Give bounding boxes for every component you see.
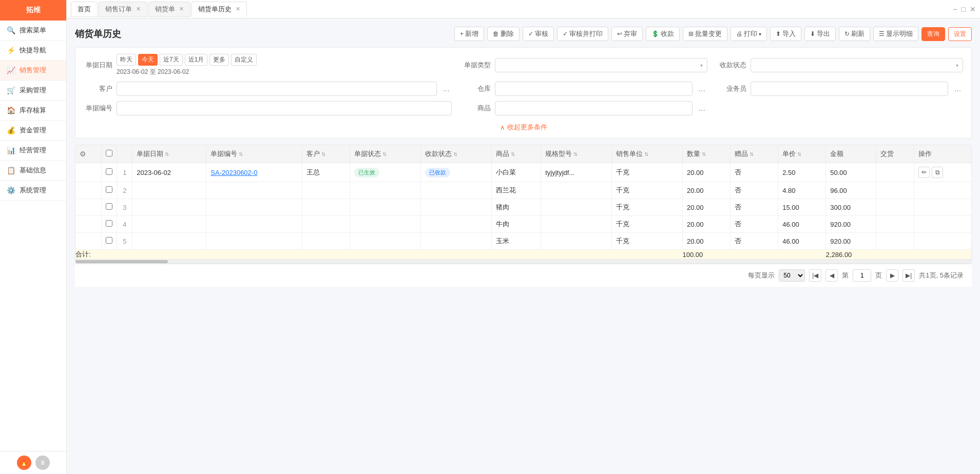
- doc-no-link[interactable]: SA-20230602-0: [210, 169, 257, 176]
- doc-type-select[interactable]: ▾: [495, 58, 707, 72]
- row-checkbox[interactable]: [106, 237, 112, 244]
- summary-label: 合计:: [75, 250, 132, 260]
- cell-checkbox[interactable]: [102, 199, 117, 216]
- new-button[interactable]: + 新增: [454, 27, 484, 41]
- customer-dots[interactable]: ...: [441, 84, 452, 93]
- sidebar-item-finance[interactable]: 💰 资金管理: [0, 121, 66, 141]
- th-spec[interactable]: 规格型号 ⇅: [541, 145, 612, 163]
- cell-amount: 920.00: [826, 216, 876, 233]
- tab-sales-invoice[interactable]: 销货单 ✕: [148, 2, 190, 17]
- sidebar-item-sales-mgmt[interactable]: 📈 销售管理: [0, 61, 66, 81]
- tab-sales-order[interactable]: 销售订单 ✕: [99, 2, 147, 17]
- goods-input[interactable]: [495, 101, 693, 115]
- shortcut-today[interactable]: 今天: [138, 54, 158, 66]
- tabs-close-icon[interactable]: ✕: [970, 5, 976, 13]
- salesperson-input[interactable]: [751, 82, 948, 96]
- cell-doc-no[interactable]: SA-20230602-0: [206, 163, 302, 182]
- sidebar: 拓维 🔍 搜索菜单 ⚡ 快捷导航 📈 销售管理 🛒 采购管理 🏠 库存核算 💰 …: [0, 0, 67, 474]
- sort-salesunit-icon: ⇅: [644, 151, 648, 157]
- th-payment-status[interactable]: 收款状态 ⇅: [420, 145, 491, 163]
- shortcut-last7[interactable]: 近7天: [160, 54, 183, 66]
- edit-button[interactable]: ✏: [918, 167, 930, 178]
- settings-button[interactable]: 设置: [948, 27, 972, 41]
- row-checkbox[interactable]: [106, 186, 112, 193]
- refresh-button[interactable]: ↻ 刷新: [839, 27, 870, 41]
- page-size-select[interactable]: 50 100 200: [779, 269, 805, 282]
- goods-dots[interactable]: ...: [697, 104, 707, 113]
- shortcut-more[interactable]: 更多: [209, 54, 229, 66]
- page-input[interactable]: 1: [853, 269, 871, 282]
- prev-page-button[interactable]: ◀: [825, 269, 838, 282]
- last-page-button[interactable]: ▶|: [902, 269, 915, 282]
- show-detail-button[interactable]: ☰ 显示明细: [873, 27, 918, 41]
- th-doc-no[interactable]: 单据编号 ⇅: [206, 145, 302, 163]
- delete-button[interactable]: 🗑 删除: [487, 27, 520, 41]
- cell-customer: [302, 216, 350, 233]
- sidebar-bottom-btn2[interactable]: ⏸: [35, 456, 50, 470]
- th-qty[interactable]: 数量 ⇅: [682, 145, 730, 163]
- th-settings[interactable]: ⚙: [75, 145, 102, 163]
- collapse-button[interactable]: ∧ 收起更多条件: [500, 123, 547, 132]
- sidebar-item-basic-info[interactable]: 📋 基础信息: [0, 161, 66, 181]
- tabs-maximize-icon[interactable]: □: [962, 5, 966, 13]
- tab-close-sales-order[interactable]: ✕: [136, 6, 141, 12]
- audit-print-button[interactable]: ✓ 审核并打印: [557, 27, 608, 41]
- shortcut-custom[interactable]: 自定义: [231, 54, 257, 66]
- print-button[interactable]: 🖨 打印 ▾: [731, 27, 767, 41]
- customer-input[interactable]: [117, 82, 437, 96]
- cell-checkbox[interactable]: [102, 216, 117, 233]
- first-page-button[interactable]: |◀: [809, 269, 821, 282]
- doc-no-input[interactable]: [117, 101, 452, 115]
- th-date[interactable]: 单据日期 ⇅: [132, 145, 206, 163]
- table-scrollbar-thumb[interactable]: [75, 260, 168, 263]
- sidebar-item-inventory[interactable]: 🏠 库存核算: [0, 101, 66, 121]
- sidebar-item-purchase-mgmt[interactable]: 🛒 采购管理: [0, 81, 66, 101]
- tab-home[interactable]: 首页: [71, 2, 98, 17]
- th-sales-unit[interactable]: 销售单位 ⇅: [612, 145, 683, 163]
- copy-button[interactable]: ⧉: [932, 167, 943, 178]
- warehouse-dots[interactable]: ...: [697, 84, 707, 93]
- tab-close-sales-history[interactable]: ✕: [236, 6, 240, 12]
- table-scrollbar[interactable]: [75, 259, 971, 263]
- th-no: [117, 145, 132, 163]
- query-button[interactable]: 查询: [921, 27, 945, 41]
- tab-close-sales-invoice[interactable]: ✕: [179, 6, 184, 12]
- sidebar-item-label: 系统管理: [20, 186, 46, 195]
- sidebar-item-system[interactable]: ⚙️ 系统管理: [0, 181, 66, 201]
- shortcut-last-month[interactable]: 近1月: [185, 54, 208, 66]
- th-customer[interactable]: 客户 ⇅: [302, 145, 350, 163]
- payment-status-select[interactable]: ▾: [751, 58, 963, 72]
- next-page-button[interactable]: ▶: [886, 269, 898, 282]
- cell-checkbox[interactable]: [102, 163, 117, 182]
- cell-checkbox[interactable]: [102, 182, 117, 199]
- collect-button[interactable]: 💲 收款: [646, 27, 680, 41]
- table-settings-icon[interactable]: ⚙: [80, 150, 86, 158]
- import-button[interactable]: ⬆ 导入: [770, 27, 801, 41]
- salesperson-dots[interactable]: ...: [952, 84, 963, 93]
- sidebar-item-search[interactable]: 🔍 搜索菜单: [0, 21, 66, 41]
- warehouse-input[interactable]: [495, 82, 693, 96]
- tab-sales-history[interactable]: 销货单历史 ✕: [191, 2, 247, 17]
- cell-date: [132, 216, 206, 233]
- sidebar-item-operations[interactable]: 📊 经营管理: [0, 141, 66, 161]
- chevron-down-icon: ▾: [700, 63, 703, 68]
- th-doc-status[interactable]: 单据状态 ⇅: [350, 145, 420, 163]
- tabs-minimize-icon[interactable]: −: [953, 5, 957, 13]
- sidebar-bottom-btn1[interactable]: 🔥: [17, 456, 31, 470]
- row-checkbox[interactable]: [106, 168, 112, 175]
- th-goods[interactable]: 商品 ⇅: [491, 145, 541, 163]
- shortcut-yesterday[interactable]: 昨天: [117, 54, 136, 66]
- export-button[interactable]: ⬇ 导出: [804, 27, 836, 41]
- batch-change-button[interactable]: ⊞ 批量变更: [683, 27, 727, 41]
- audit-button[interactable]: ✓ 审核: [523, 27, 554, 41]
- row-checkbox[interactable]: [106, 220, 112, 227]
- row-checkbox[interactable]: [106, 203, 112, 210]
- cell-date: [132, 199, 206, 216]
- sidebar-item-quick-nav[interactable]: ⚡ 快捷导航: [0, 41, 66, 61]
- cell-checkbox[interactable]: [102, 233, 117, 250]
- abandon-button[interactable]: ↩ 弃审: [611, 27, 643, 41]
- cell-qty: 20.00: [682, 216, 730, 233]
- select-all-checkbox[interactable]: [106, 150, 112, 156]
- th-gift[interactable]: 赠品 ⇅: [731, 145, 778, 163]
- th-unit-price[interactable]: 单价 ⇅: [778, 145, 826, 163]
